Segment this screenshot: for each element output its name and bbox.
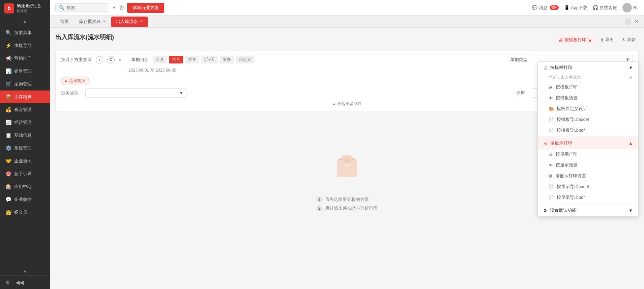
sidebar-item-guide[interactable]: 🎯 新手引导 — [0, 167, 50, 180]
tab-batch-account[interactable]: 库存批次账 ✕ — [74, 17, 111, 27]
display-preview-item[interactable]: 👁 按显示预览 — [538, 160, 638, 170]
sidebar-item-search[interactable]: 🔍 搜索菜单 — [0, 26, 50, 39]
sidebar-member-label: 畅会员 — [14, 209, 27, 215]
settings-bottom-icon[interactable]: ⚙ — [5, 279, 10, 286]
date-btn-last-month[interactable]: 上月 — [153, 56, 167, 63]
sidebar-item-inventory[interactable]: 📦 库存核算 — [0, 90, 50, 103]
tab-batch-account-close[interactable]: ✕ — [103, 19, 106, 24]
industry-solution-button[interactable]: 体验行业方案 — [127, 3, 164, 13]
step-1-number: 1 — [316, 196, 322, 203]
step-2-text: 用过滤条件来缩小分析范围 — [325, 205, 378, 211]
user-avatar — [622, 3, 632, 12]
sidebar-quick-nav-label: 快捷导航 — [14, 43, 32, 49]
basic-info-icon: 📋 — [5, 132, 11, 138]
display-excel-item[interactable]: 📄 按显示导出excel — [538, 181, 638, 192]
app-download-btn[interactable]: 📱 App下载 — [564, 5, 587, 11]
message-btn[interactable]: 💬 消息 99+ — [532, 5, 559, 11]
sidebar-item-wechat[interactable]: 💬 企业微信 — [0, 193, 50, 206]
sidebar-sales-label: 销售管理 — [14, 68, 32, 74]
sidebar-purchase-label: 采购管理 — [14, 81, 32, 87]
current-prefix: 当前： — [549, 75, 561, 80]
app-center-icon: 🎰 — [5, 184, 11, 190]
sidebar-item-system[interactable]: ⚙️ 系统管理 — [0, 142, 50, 155]
sidebar-nav: 🔍 搜索菜单 ⚡ 快捷导航 📢 营销推广 📊 销售管理 🛒 采购管理 📦 库存核… — [0, 25, 50, 268]
filter-search-label: 按以下方案查询 — [61, 57, 92, 63]
tab-inventory-flow-close[interactable]: ✕ — [140, 19, 143, 24]
sidebar-operations-label: 经营管理 — [14, 120, 32, 126]
sidebar-item-marketing[interactable]: 📢 营销推广 — [0, 52, 50, 65]
sidebar-item-purchase[interactable]: 🛒 采购管理 — [0, 78, 50, 90]
display-pdf-label: 按显示导出pdf — [557, 194, 585, 201]
display-pdf-item[interactable]: 📄 按显示导出pdf — [538, 192, 638, 203]
date-btn-this-month[interactable]: 本月 — [169, 56, 183, 63]
print-dropdown-toggle-icon[interactable]: ▲ — [588, 37, 592, 43]
tab-home-label: 首页 — [60, 19, 69, 25]
template-preview-item[interactable]: 👁 按模板预览 — [538, 93, 638, 103]
online-support-btn[interactable]: 🎧 在线客服 — [593, 5, 617, 11]
user-avatar-area[interactable]: Rit — [622, 3, 639, 12]
member-icon: 👑 — [5, 209, 11, 215]
sidebar-item-operations[interactable]: 📈 经营管理 — [0, 116, 50, 129]
sidebar-item-finance[interactable]: 💰 资金管理 — [0, 103, 50, 116]
date-btn-more[interactable]: 更多 — [220, 56, 234, 63]
step-2-number: 2 — [316, 205, 322, 211]
export-icon: ⬆ — [600, 37, 604, 43]
template-pdf-label: 按模板导出pdf — [557, 127, 585, 133]
display-preview-label: 按显示预览 — [556, 162, 578, 168]
sidebar: b 畅捷通好生意 标准版 ▲ 🔍 搜索菜单 ⚡ 快捷导航 📢 营销推广 📊 销售… — [0, 0, 50, 289]
print-bottom-divider — [538, 204, 638, 204]
print-template-button[interactable]: 🖨 按模板打印 ▲ — [556, 35, 595, 44]
flow-detail-chip: ● 流水明细 — [61, 77, 89, 85]
export-button[interactable]: ⬆ 导出 — [597, 35, 617, 44]
chevron-up-icon: ▲ — [332, 102, 336, 106]
display-print-item[interactable]: 🖨 按显示打印 — [538, 149, 638, 160]
sidebar-system-label: 系统管理 — [14, 145, 32, 151]
export-label: 导出 — [605, 37, 614, 43]
tab-home[interactable]: 首页 — [55, 17, 74, 27]
sidebar-item-member[interactable]: 👑 畅会员 — [0, 206, 50, 219]
template-print-icon: 🖨 — [549, 85, 553, 90]
sidebar-item-basic-info[interactable]: 📋 基础信息 — [0, 129, 50, 142]
tabbar-right: ⬜ ✕ — [625, 18, 639, 25]
search-input[interactable] — [66, 5, 100, 10]
date-filter-label: 单据日期 — [131, 57, 149, 63]
collapse-sidebar-icon[interactable]: ◀◀ — [16, 279, 24, 286]
topbar-dropdown-icon[interactable]: ▼ — [112, 5, 116, 10]
sidebar-scroll-up[interactable]: ▲ — [0, 17, 50, 25]
template-excel-item[interactable]: 📄 按模板导出excel — [538, 114, 638, 125]
sidebar-item-sales[interactable]: 📊 销售管理 — [0, 65, 50, 78]
template-print-item[interactable]: 🖨 按模板打印 — [538, 82, 638, 93]
template-custom-item[interactable]: 🎨 模板自定义设计 — [538, 103, 638, 114]
date-btn-7days[interactable]: 近7天 — [201, 56, 218, 63]
sidebar-item-enterprise[interactable]: 🤝 企业协同 — [0, 155, 50, 167]
sidebar-finance-label: 资金管理 — [14, 107, 32, 113]
operations-icon: 📈 — [5, 120, 11, 126]
template-print-section-header[interactable]: 🖨 按模板打印 ▼ — [538, 62, 638, 73]
sidebar-scroll-down[interactable]: ▼ — [0, 268, 50, 275]
business-type-select[interactable]: ▼ — [85, 88, 186, 98]
filter-add-button[interactable]: + — [96, 56, 103, 63]
template-pdf-item[interactable]: 📄 按模板导出pdf — [538, 125, 638, 136]
display-settings-item[interactable]: ⚙ 按显示打印设置 — [538, 170, 638, 181]
sidebar-item-app-center[interactable]: 🎰 应用中心 — [0, 180, 50, 193]
topbar-settings-icon[interactable]: ⚙ — [119, 4, 124, 11]
filter-collapse-button[interactable]: « — [119, 57, 122, 63]
message-icon: 💬 — [532, 5, 537, 10]
restore-window-icon[interactable]: ⬜ — [625, 18, 632, 25]
close-window-icon[interactable]: ✕ — [634, 18, 639, 25]
sidebar-item-quick-nav[interactable]: ⚡ 快捷导航 — [0, 39, 50, 52]
display-print-section-header[interactable]: 🖨 按显示打印 ▲ — [538, 137, 638, 149]
date-btn-this-year[interactable]: 本年 — [185, 56, 199, 63]
refresh-button[interactable]: ↻ 刷新 — [619, 35, 639, 44]
flow-detail-chip-icon: ● — [65, 79, 67, 83]
set-default-section[interactable]: ⚙ 设置默认功能 ▼ — [538, 205, 638, 216]
tab-inventory-flow[interactable]: 出入库流水 ✕ — [111, 17, 148, 27]
set-default-arrow-icon: ▼ — [628, 208, 633, 213]
message-label: 消息 — [539, 5, 548, 11]
topbar-left: 🔍 ▼ ⚙ 体验行业方案 — [55, 3, 529, 13]
global-search[interactable]: 🔍 — [55, 3, 109, 12]
template-custom-icon: 🎨 — [549, 106, 554, 111]
filter-settings-button[interactable]: ⚙ — [107, 56, 115, 63]
date-buttons: 上月 本月 本年 近7天 更多 自定义 — [153, 56, 254, 63]
date-btn-custom[interactable]: 自定义 — [236, 56, 254, 63]
